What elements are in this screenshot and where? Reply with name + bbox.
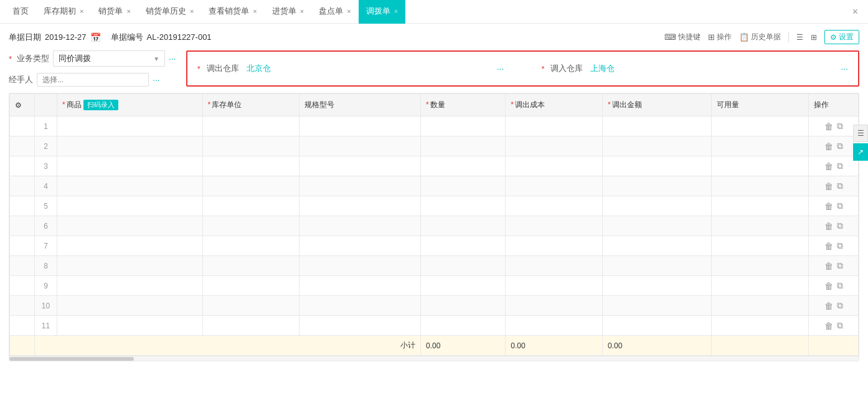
delete-icon[interactable]: 🗑	[824, 241, 833, 251]
delete-icon[interactable]: 🗑	[824, 141, 833, 151]
row-amount-9[interactable]	[603, 276, 712, 296]
row-product-6[interactable]	[57, 216, 203, 236]
row-product-2[interactable]	[57, 136, 203, 156]
row-spec-8[interactable]	[300, 256, 421, 276]
row-cost-4[interactable]	[506, 176, 603, 196]
handler-more-icon[interactable]: ···	[153, 75, 160, 85]
delete-icon[interactable]: 🗑	[824, 301, 833, 311]
copy-icon[interactable]: ⧉	[837, 201, 843, 211]
row-product-1[interactable]	[57, 117, 203, 136]
row-cost-6[interactable]	[506, 216, 603, 236]
row-amount-7[interactable]	[603, 236, 712, 256]
row-spec-10[interactable]	[300, 296, 421, 316]
shortcut-button[interactable]: ⌨ 快捷键	[664, 32, 701, 42]
delete-icon[interactable]: 🗑	[824, 201, 833, 211]
row-unit-4[interactable]	[202, 176, 300, 196]
row-unit-6[interactable]	[202, 216, 300, 236]
row-product-10[interactable]	[57, 296, 203, 316]
row-avail-7[interactable]	[712, 236, 809, 256]
calendar-icon[interactable]: 📅	[90, 32, 101, 42]
tab-purchase[interactable]: 进货单 ×	[265, 0, 311, 24]
row-avail-10[interactable]	[712, 296, 809, 316]
row-qty-11[interactable]	[421, 316, 506, 336]
row-spec-2[interactable]	[300, 136, 421, 156]
row-spec-1[interactable]	[300, 117, 421, 136]
row-avail-9[interactable]	[712, 276, 809, 296]
row-unit-1[interactable]	[202, 117, 300, 136]
transfer-out-more-icon[interactable]: ···	[497, 64, 504, 74]
row-cost-7[interactable]	[506, 236, 603, 256]
window-close-button[interactable]: ×	[847, 6, 863, 17]
row-spec-7[interactable]	[300, 236, 421, 256]
row-unit-11[interactable]	[202, 316, 300, 336]
row-qty-6[interactable]	[421, 216, 506, 236]
row-spec-4[interactable]	[300, 176, 421, 196]
delete-icon[interactable]: 🗑	[824, 281, 833, 291]
copy-icon[interactable]: ⧉	[837, 280, 843, 291]
row-qty-8[interactable]	[421, 256, 506, 276]
list-view-button[interactable]: ☰	[796, 33, 803, 42]
row-qty-5[interactable]	[421, 196, 506, 216]
delete-icon[interactable]: 🗑	[824, 221, 833, 231]
tab-view-sales[interactable]: 查看销货单 ×	[201, 0, 264, 24]
row-product-3[interactable]	[57, 156, 203, 176]
tab-sales-order[interactable]: 销货单 ×	[91, 0, 138, 24]
history-button[interactable]: 📋 历史单据	[739, 32, 781, 42]
copy-icon[interactable]: ⧉	[837, 121, 843, 131]
horizontal-scrollbar[interactable]	[9, 356, 859, 361]
operation-button[interactable]: ⊞ 操作	[708, 32, 732, 42]
row-unit-8[interactable]	[202, 256, 300, 276]
row-avail-5[interactable]	[712, 196, 809, 216]
tab-transfer[interactable]: 调拨单 ×	[359, 0, 405, 24]
row-cost-10[interactable]	[506, 296, 603, 316]
sidebar-list-button[interactable]: ☰	[853, 125, 868, 142]
row-unit-7[interactable]	[202, 236, 300, 256]
row-cost-5[interactable]	[506, 196, 603, 216]
row-avail-11[interactable]	[712, 316, 809, 336]
delete-icon[interactable]: 🗑	[824, 181, 833, 191]
row-avail-2[interactable]	[712, 136, 809, 156]
row-qty-10[interactable]	[421, 296, 506, 316]
copy-icon[interactable]: ⧉	[837, 181, 843, 191]
row-amount-11[interactable]	[603, 316, 712, 336]
row-product-5[interactable]	[57, 196, 203, 216]
row-amount-8[interactable]	[603, 256, 712, 276]
delete-icon[interactable]: 🗑	[824, 261, 833, 271]
copy-icon[interactable]: ⧉	[837, 161, 843, 171]
tab-close-inventory[interactable]: ×	[80, 7, 83, 15]
setting-button[interactable]: ⚙ 设置	[824, 30, 859, 44]
row-amount-6[interactable]	[603, 216, 712, 236]
row-cost-8[interactable]	[506, 256, 603, 276]
row-amount-10[interactable]	[603, 296, 712, 316]
tab-close-transfer[interactable]: ×	[394, 7, 398, 15]
row-avail-3[interactable]	[712, 156, 809, 176]
business-type-select[interactable]: 同价调拨 ▼	[53, 50, 165, 67]
tab-close-sales[interactable]: ×	[126, 7, 130, 15]
row-cost-1[interactable]	[506, 117, 603, 136]
row-amount-1[interactable]	[603, 117, 712, 136]
row-avail-1[interactable]	[712, 117, 809, 136]
grid-view-button[interactable]: ⊞	[811, 33, 817, 42]
delete-icon[interactable]: 🗑	[824, 161, 833, 171]
transfer-in-more-icon[interactable]: ···	[841, 64, 848, 74]
business-type-more-icon[interactable]: ···	[169, 54, 176, 64]
row-qty-4[interactable]	[421, 176, 506, 196]
handler-input[interactable]	[37, 73, 149, 87]
copy-icon[interactable]: ⧉	[837, 300, 843, 311]
row-product-7[interactable]	[57, 236, 203, 256]
row-spec-9[interactable]	[300, 276, 421, 296]
row-unit-5[interactable]	[202, 196, 300, 216]
row-unit-3[interactable]	[202, 156, 300, 176]
tab-stocktake[interactable]: 盘点单 ×	[311, 0, 358, 24]
row-avail-6[interactable]	[712, 216, 809, 236]
tab-home[interactable]: 首页	[5, 0, 36, 24]
row-cost-9[interactable]	[506, 276, 603, 296]
copy-icon[interactable]: ⧉	[837, 260, 843, 271]
tab-close-sales-history[interactable]: ×	[190, 7, 194, 15]
tab-close-purchase[interactable]: ×	[300, 7, 304, 15]
copy-icon[interactable]: ⧉	[837, 141, 843, 151]
copy-icon[interactable]: ⧉	[837, 320, 843, 331]
row-product-4[interactable]	[57, 176, 203, 196]
row-avail-8[interactable]	[712, 256, 809, 276]
row-spec-5[interactable]	[300, 196, 421, 216]
